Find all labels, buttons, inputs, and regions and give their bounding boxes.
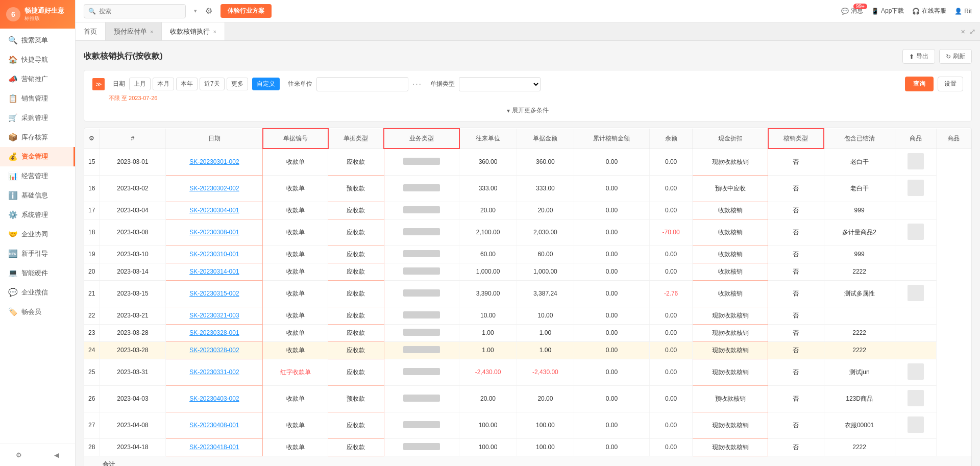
app-download-button[interactable]: 📱 App下载 [871, 7, 904, 15]
cell-doc-no[interactable]: SK-20230403-002 [166, 385, 263, 412]
sidebar-item-shortcut[interactable]: 🏠快捷导航 [0, 50, 75, 69]
doc-no-link[interactable]: SK-20230308-001 [189, 229, 239, 236]
sidebar-item-sales[interactable]: 📋销售管理 [0, 89, 75, 108]
cell-doc-no[interactable]: SK-20230418-001 [166, 438, 263, 456]
doc-no-link[interactable]: SK-20230408-001 [189, 422, 239, 429]
table-row: 152023-03-01SK-20230301-002收款单应收款360.003… [84, 149, 971, 175]
doc-no-link[interactable]: SK-20230418-001 [189, 444, 239, 451]
sidebar-item-wechat[interactable]: 💬企业微信 [0, 283, 75, 302]
tab-close-prepay[interactable]: × [150, 29, 153, 35]
cell-goods-img [895, 202, 936, 219]
sidebar-item-operation[interactable]: 📊经营管理 [0, 166, 75, 186]
cell-verified: 360.00 [517, 149, 574, 175]
doc-no-link[interactable]: SK-20230315-002 [189, 290, 239, 297]
refresh-button[interactable]: ↻ 刷新 [939, 49, 972, 64]
search-chevron-icon: ▾ [194, 8, 197, 14]
doc-no-link[interactable]: SK-20230331-002 [189, 369, 239, 376]
cell-doc-no[interactable]: SK-20230308-001 [166, 219, 263, 246]
col-header-verified: 累计核销金额 [574, 129, 650, 149]
cell-doc-no[interactable]: SK-20230321-003 [166, 307, 263, 324]
wechat-icon: 💬 [8, 288, 17, 297]
cell-doc-no[interactable]: SK-20230301-002 [166, 149, 263, 175]
doc-no-link[interactable]: SK-20230314-001 [189, 268, 239, 275]
settings-icon[interactable]: ⚙ [12, 448, 26, 462]
cell-date: 2023-03-28 [100, 324, 166, 341]
tab-home[interactable]: 首页 [76, 22, 106, 40]
cell-date: 2023-04-18 [100, 438, 166, 456]
cell-discount: 0.00 [649, 412, 693, 438]
sidebar-item-search[interactable]: 🔍搜索菜单 [0, 31, 75, 50]
cell-num: 19 [84, 246, 100, 263]
date-btn-本月[interactable]: 本月 [153, 78, 174, 90]
close-tab-icon[interactable]: × [961, 27, 965, 36]
doc-no-link[interactable]: SK-20230302-002 [189, 185, 239, 192]
col-gear[interactable]: ⚙ [84, 129, 100, 149]
cell-verify-type: 现款收款核销 [693, 149, 768, 175]
sidebar-item-marketing[interactable]: 📣营销推广 [0, 69, 75, 89]
date-btn-更多[interactable]: 更多 [227, 78, 248, 90]
col-header-verify_type: 核销类型 [768, 129, 824, 149]
cell-amount: 100.00 [459, 412, 517, 438]
doc-no-link[interactable]: SK-20230304-001 [189, 207, 239, 214]
cell-doc-no[interactable]: SK-20230314-001 [166, 263, 263, 280]
collapse-icon[interactable]: ◀ [50, 448, 63, 462]
sidebar-item-inventory[interactable]: 📦库存核算 [0, 128, 75, 147]
sidebar-label-member: 畅会员 [21, 307, 41, 316]
cell-doc-no[interactable]: SK-20230310-001 [166, 246, 263, 263]
cell-doc-no[interactable]: SK-20230328-002 [166, 341, 263, 359]
cell-doc-no[interactable]: SK-20230408-001 [166, 412, 263, 438]
filter-settings-button[interactable]: 设置 [938, 77, 963, 91]
cell-doc-no[interactable]: SK-20230304-001 [166, 202, 263, 219]
hardware-icon: 💻 [8, 268, 17, 278]
sidebar-item-finance[interactable]: 💰资金管理 [0, 147, 75, 166]
cell-discount: 0.00 [649, 246, 693, 263]
search-input[interactable] [99, 8, 181, 15]
sidebar-item-system[interactable]: ⚙️系统管理 [0, 205, 75, 225]
doc-no-link[interactable]: SK-20230403-002 [189, 395, 239, 402]
sidebar-item-purchase[interactable]: 🛒采购管理 [0, 108, 75, 128]
cell-doc-no[interactable]: SK-20230328-001 [166, 324, 263, 341]
doctype-filter-group: 单据类型 [430, 77, 541, 91]
online-service-button[interactable]: 🎧 在线客服 [912, 7, 946, 15]
doc-no-link[interactable]: SK-20230310-001 [189, 251, 239, 258]
solution-button[interactable]: 体验行业方案 [220, 4, 272, 18]
cell-doc-no[interactable]: SK-20230315-002 [166, 280, 263, 307]
cell-discount: 0.00 [649, 149, 693, 175]
user-avatar[interactable]: 👤 Rit [954, 8, 972, 15]
sidebar-item-hardware[interactable]: 💻智能硬件 [0, 263, 75, 283]
cell-goods [824, 307, 895, 324]
messages-button[interactable]: 💬 消息 99+ [841, 7, 863, 15]
topbar-search-box[interactable]: 🔍 [84, 4, 186, 18]
export-button[interactable]: ⬆ 导出 [902, 49, 935, 64]
custom-date-button[interactable]: 自定义 [252, 78, 280, 90]
sidebar-item-guide[interactable]: 🆕新手引导 [0, 244, 75, 263]
query-button[interactable]: 查询 [905, 77, 934, 91]
date-btn-近7天[interactable]: 近7天 [200, 78, 225, 90]
tab-collection[interactable]: 收款核销执行× [162, 22, 225, 40]
doc-no-link[interactable]: SK-20230301-002 [189, 158, 239, 165]
sidebar-item-coop[interactable]: 🤝企业协同 [0, 225, 75, 244]
expand-more-button[interactable]: ▾ 展开更多条件 [507, 106, 549, 115]
sidebar-item-basic[interactable]: ℹ️基础信息 [0, 186, 75, 205]
doc-no-link[interactable]: SK-20230321-003 [189, 312, 239, 319]
partner-input[interactable] [316, 77, 408, 91]
filter-expand-button[interactable]: ≫ [92, 78, 105, 90]
tab-close-collection[interactable]: × [213, 29, 216, 35]
cell-doc-type: 红字收款单 [263, 359, 328, 385]
date-btn-本年[interactable]: 本年 [176, 78, 198, 90]
doc-no-link[interactable]: SK-20230328-001 [189, 329, 239, 336]
cell-date: 2023-03-31 [100, 359, 166, 385]
cell-balance: 0.00 [574, 324, 650, 341]
cell-doc-no[interactable]: SK-20230302-002 [166, 175, 263, 202]
cell-doc-no[interactable]: SK-20230331-002 [166, 359, 263, 385]
sidebar-item-member[interactable]: 🏷️畅会员 [0, 302, 75, 322]
topbar-gear-icon[interactable]: ⚙ [205, 6, 212, 16]
doc-no-link[interactable]: SK-20230328-002 [189, 347, 239, 354]
tab-prepay[interactable]: 预付应付单× [106, 22, 162, 40]
cell-include-settled: 否 [768, 412, 824, 438]
fullscreen-icon[interactable]: ⤢ [969, 27, 976, 36]
date-btn-上月[interactable]: 上月 [129, 78, 151, 90]
sidebar: 6 畅捷通好生意 标推版 🔍搜索菜单🏠快捷导航📣营销推广📋销售管理🛒采购管理📦库… [0, 0, 76, 466]
cell-discount: -2.76 [649, 280, 693, 307]
doctype-select[interactable] [459, 77, 541, 91]
